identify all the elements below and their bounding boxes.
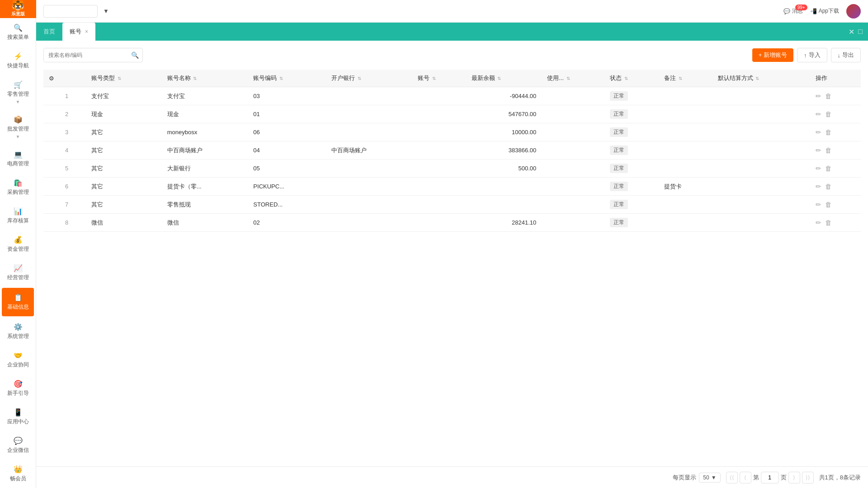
toolbar-right: + 新增账号 ↑ 导入 ↓ 导出 [752, 48, 861, 62]
sidebar-item-retail-mgmt[interactable]: 🛒 零售管理 ▼ [0, 75, 36, 110]
import-icon: ↑ [804, 52, 807, 59]
edit-button[interactable]: ✏ [816, 146, 821, 155]
delete-button[interactable]: 🗑 [825, 201, 832, 208]
export-label: 导出 [842, 51, 854, 59]
close-tab-action-icon[interactable]: ✕ [849, 28, 854, 36]
col-account-code[interactable]: 账号编码 ⇅ [248, 70, 326, 87]
cell-account [412, 196, 466, 214]
table-row: 4 其它 中百商场账户 04 中百商场账户 383866.00 正常 ✏ 🗑 [43, 141, 861, 160]
cell-actions: ✏ 🗑 [810, 105, 861, 123]
col-usage[interactable]: 使用... ⇅ [542, 70, 604, 87]
topbar-message[interactable]: 💬 消息 99+ [783, 7, 803, 15]
col-remark[interactable]: 备注 ⇅ [659, 70, 712, 87]
sidebar-item-purchase-mgmt[interactable]: 🛍️ 采购管理 [0, 173, 36, 202]
delete-button[interactable]: 🗑 [825, 92, 832, 100]
edit-button[interactable]: ✏ [816, 183, 821, 191]
sidebar-item-app-center[interactable]: 📱 应用中心 [0, 403, 36, 431]
first-page-button[interactable]: ⟨⟨ [726, 472, 738, 483]
col-open-bank[interactable]: 开户银行 ⇅ [326, 70, 412, 87]
cell-account [412, 214, 466, 232]
status-badge: 正常 [610, 109, 628, 119]
export-button[interactable]: ↓ 导出 [831, 48, 861, 62]
edit-button[interactable]: ✏ [816, 201, 821, 209]
cell-account [412, 160, 466, 178]
sidebar-item-fund-mgmt[interactable]: 💰 资金管理 [0, 230, 36, 258]
cell-status: 正常 [604, 87, 659, 105]
cell-default-settlement [712, 123, 810, 141]
delete-button[interactable]: 🗑 [825, 128, 832, 136]
edit-button[interactable]: ✏ [816, 92, 821, 100]
cell-account-name: 零售抵现 [162, 196, 248, 214]
tab-home[interactable]: 首页 [36, 23, 62, 41]
sidebar-item-enterprise-agree[interactable]: 🤝 企业协同 [0, 346, 36, 374]
col-actions: 操作 [810, 70, 861, 87]
sidebar-item-inventory-calc[interactable]: 📊 库存核算 [0, 202, 36, 230]
add-account-button[interactable]: + 新增账号 [752, 48, 793, 62]
cell-status: 正常 [604, 160, 659, 178]
cell-latest-balance: -90444.00 [466, 87, 542, 105]
cell-open-bank [326, 214, 412, 232]
tab-account[interactable]: 账号 × [62, 23, 95, 41]
cell-latest-balance: 10000.00 [466, 123, 542, 141]
delete-button[interactable]: 🗑 [825, 164, 832, 172]
sidebar-item-sys-mgmt[interactable]: ⚙️ 系统管理 [0, 317, 36, 346]
delete-button[interactable]: 🗑 [825, 146, 832, 154]
topbar-app-download[interactable]: 📲 App下载 [810, 7, 839, 15]
cell-seq: 3 [60, 123, 86, 141]
app-download-label: App下载 [819, 7, 839, 15]
chevron-down-icon: ▼ [711, 474, 717, 481]
delete-button[interactable]: 🗑 [825, 219, 832, 226]
sidebar-item-label: 库存核算 [7, 217, 29, 225]
sidebar-item-ecom-mgmt[interactable]: 💻 电商管理 [0, 145, 36, 173]
cell-actions: ✏ 🗑 [810, 196, 861, 214]
sidebar-item-basic-info[interactable]: 📋 基础信息 [2, 288, 34, 316]
col-default-settlement[interactable]: 默认结算方式 ⇅ [712, 70, 810, 87]
topbar-dropdown[interactable]: ▼ [103, 8, 109, 14]
edit-button[interactable]: ✏ [816, 219, 821, 227]
cell-usage [542, 141, 604, 160]
sidebar-item-member[interactable]: 👑 畅会员 [0, 460, 36, 488]
sidebar-item-business-mgmt[interactable]: 📈 经营管理 [0, 258, 36, 287]
col-status[interactable]: 状态 ⇅ [604, 70, 659, 87]
edit-button[interactable]: ✏ [816, 110, 821, 118]
col-latest-balance[interactable]: 最新余额 ⇅ [466, 70, 542, 87]
sidebar-item-quick-nav[interactable]: ⚡ 快捷导航 [0, 47, 36, 75]
sidebar-item-wholesale-mgmt[interactable]: 📦 批发管理 ▼ [0, 110, 36, 145]
delete-button[interactable]: 🗑 [825, 183, 832, 190]
sidebar-item-search-menu[interactable]: 🔍 搜索菜单 [0, 18, 36, 47]
edit-button[interactable]: ✏ [816, 164, 821, 173]
import-button[interactable]: ↑ 导入 [797, 48, 827, 62]
expand-tab-action-icon[interactable]: □ [858, 28, 863, 36]
enterprise-agree-icon: 🤝 [14, 351, 23, 360]
page-size-dropdown[interactable]: 50 ▼ [699, 473, 720, 483]
newbie-guide-icon: 🎯 [14, 380, 23, 388]
delete-button[interactable]: 🗑 [825, 110, 832, 118]
search-button[interactable]: 🔍 [127, 52, 142, 59]
sidebar-item-label: 畅会员 [10, 475, 26, 483]
prev-page-button[interactable]: ⟨ [740, 472, 751, 483]
col-account-type[interactable]: 账号类型 ⇅ [86, 70, 161, 87]
status-badge: 正常 [610, 127, 628, 137]
sidebar-item-enterprise-wechat[interactable]: 💬 企业微信 [0, 431, 36, 460]
topbar-search-input[interactable] [43, 5, 98, 18]
cell-open-bank: 中百商场账户 [326, 141, 412, 160]
search-input[interactable] [44, 48, 127, 62]
topbar-avatar[interactable] [846, 4, 861, 19]
col-account[interactable]: 账号 ⇅ [412, 70, 466, 87]
col-settings[interactable]: ⚙ [43, 70, 60, 87]
sidebar-item-newbie-guide[interactable]: 🎯 新手引导 [0, 374, 36, 403]
next-page-button[interactable]: ⟩ [788, 472, 800, 483]
edit-button[interactable]: ✏ [816, 128, 821, 136]
quick-nav-icon: ⚡ [14, 52, 23, 61]
last-page-button[interactable]: ⟩⟩ [802, 472, 814, 483]
enterprise-wechat-icon: 💬 [14, 436, 23, 445]
tab-close-icon[interactable]: × [85, 28, 88, 35]
cell-latest-balance: 383866.00 [466, 141, 542, 160]
page-input[interactable] [761, 472, 779, 483]
col-account-name[interactable]: 账号名称 ⇅ [162, 70, 248, 87]
actions-group: ✏ 🗑 [816, 183, 855, 191]
cell-usage [542, 105, 604, 123]
col-seq [60, 70, 86, 87]
cell-status: 正常 [604, 196, 659, 214]
app-center-icon: 📱 [14, 408, 23, 417]
